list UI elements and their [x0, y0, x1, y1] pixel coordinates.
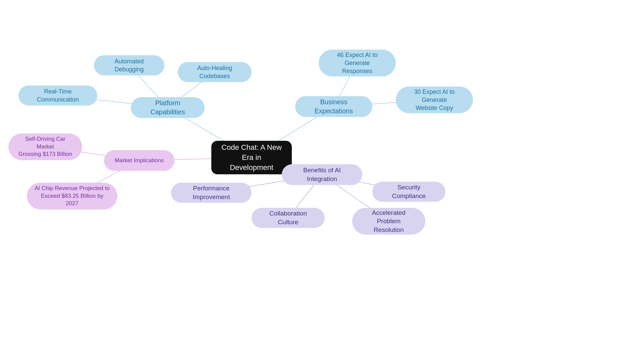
collab-culture-node[interactable]: Collaboration Culture — [252, 208, 325, 228]
auto-healing-node[interactable]: Auto-Healing Codebases — [178, 62, 252, 82]
realtime-comm-node[interactable]: Real-Time Communication — [18, 85, 97, 106]
expect-responses-node[interactable]: 46 Expect AI to GenerateResponses — [319, 50, 396, 76]
security-compliance-node[interactable]: Security Compliance — [372, 182, 445, 202]
center-node[interactable]: Code Chat: A New Era inDevelopment — [211, 141, 292, 174]
mind-map: Code Chat: A New Era inDevelopment Platf… — [0, 0, 644, 363]
automated-debugging-node[interactable]: Automated Debugging — [94, 55, 164, 75]
market-implications-node[interactable]: Market Implications — [104, 150, 174, 171]
benefits-ai-node[interactable]: Benefits of AI Integration — [282, 164, 362, 185]
expect-website-copy-node[interactable]: 30 Expect AI to GenerateWebsite Copy — [396, 86, 473, 113]
accelerated-node[interactable]: Accelerated ProblemResolution — [352, 208, 425, 235]
ai-chip-node[interactable]: AI Chip Revenue Projected toExceed $83.2… — [27, 183, 117, 209]
center-label: Code Chat: A New Era inDevelopment — [219, 142, 284, 172]
platform-capabilities-node[interactable]: Platform Capabilities — [131, 97, 205, 118]
self-driving-node[interactable]: Self-Driving Car MarketGrossing $173 Bil… — [8, 133, 82, 160]
performance-node[interactable]: Performance Improvement — [171, 183, 252, 203]
business-expectations-node[interactable]: Business Expectations — [295, 96, 372, 117]
